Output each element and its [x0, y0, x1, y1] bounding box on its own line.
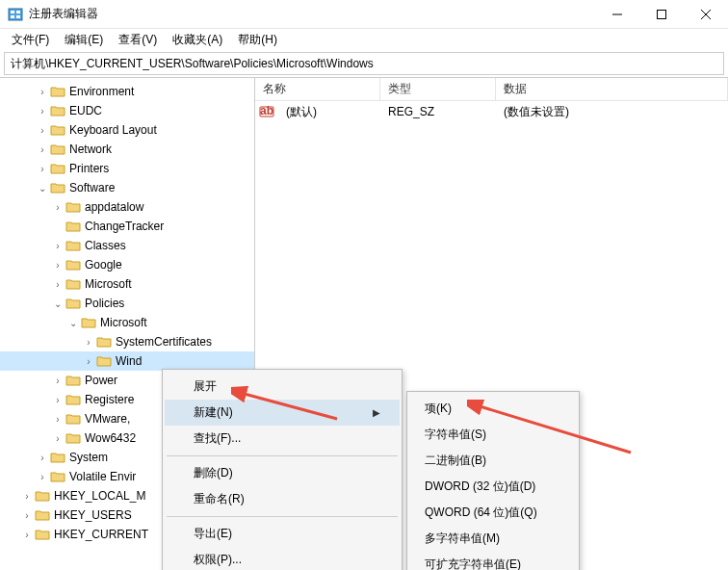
svg-rect-0 — [9, 9, 22, 20]
tree-item-label: Registere — [85, 393, 134, 406]
folder-icon — [65, 430, 81, 446]
separator — [167, 455, 398, 456]
folder-icon — [65, 392, 81, 407]
sub-dword[interactable]: DWORD (32 位)值(D) — [409, 474, 577, 500]
folder-icon — [65, 276, 81, 292]
minimize-button[interactable] — [595, 0, 639, 29]
svg-rect-1 — [11, 11, 14, 13]
chevron-down-icon[interactable]: ⌄ — [65, 315, 81, 330]
menu-favorites[interactable]: 收藏夹(A) — [165, 30, 230, 50]
tree-item[interactable]: ⌄Microsoft — [0, 313, 254, 332]
tree-item-label: ChangeTracker — [85, 220, 164, 233]
col-data[interactable]: 数据 — [496, 78, 728, 101]
tree-item-label: VMware, — [85, 412, 130, 426]
chevron-right-icon[interactable]: › — [81, 334, 96, 350]
chevron-right-icon[interactable]: › — [19, 527, 35, 542]
tree-item[interactable]: ChangeTracker — [0, 217, 254, 236]
tree-item[interactable]: ›Keyboard Layout — [0, 120, 254, 140]
tree-item[interactable]: ›Environment — [0, 82, 254, 101]
folder-icon — [35, 527, 50, 542]
tree-item-label: Wow6432 — [85, 431, 136, 445]
chevron-right-icon[interactable]: › — [35, 84, 50, 99]
list-row[interactable]: ab (默认) REG_SZ (数值未设置) — [255, 101, 728, 122]
svg-rect-2 — [16, 11, 20, 13]
address-bar[interactable]: 计算机\HKEY_CURRENT_USER\Software\Policies\… — [4, 52, 724, 75]
folder-icon — [65, 373, 81, 388]
chevron-right-icon[interactable]: › — [50, 392, 65, 407]
menu-file[interactable]: 文件(F) — [4, 30, 57, 50]
folder-icon — [65, 238, 81, 253]
chevron-right-icon[interactable]: › — [81, 353, 96, 369]
folder-icon — [50, 161, 65, 176]
col-name[interactable]: 名称 — [255, 78, 380, 101]
chevron-right-icon[interactable]: › — [35, 450, 50, 465]
chevron-right-icon[interactable]: › — [35, 122, 50, 138]
ctx-rename[interactable]: 重命名(R) — [165, 486, 400, 512]
ctx-new[interactable]: 新建(N)▶ — [165, 400, 400, 426]
ctx-expand[interactable]: 展开 — [165, 374, 400, 400]
chevron-right-icon[interactable]: › — [35, 161, 50, 176]
chevron-right-icon[interactable]: › — [35, 469, 50, 484]
tree-item[interactable]: ›Printers — [0, 159, 254, 178]
tree-item[interactable]: ⌄Software — [0, 178, 254, 197]
sub-qword[interactable]: QWORD (64 位)值(Q) — [409, 500, 577, 526]
sub-binary[interactable]: 二进制值(B) — [409, 448, 577, 474]
chevron-right-icon[interactable]: › — [19, 488, 35, 504]
tree-item[interactable]: ›Microsoft — [0, 274, 254, 294]
chevron-right-icon[interactable]: › — [35, 142, 50, 157]
folder-icon — [50, 142, 65, 157]
chevron-down-icon[interactable]: ⌄ — [35, 180, 50, 195]
tree-item-label: Volatile Envir — [69, 470, 136, 483]
tree-item[interactable]: ›Classes — [0, 236, 254, 255]
tree-item-label: Printers — [69, 162, 109, 175]
tree-item[interactable]: ›appdatalow — [0, 197, 254, 217]
tree-item-label: System — [69, 451, 108, 464]
sub-key[interactable]: 项(K) — [409, 396, 577, 422]
menu-edit[interactable]: 编辑(E) — [57, 30, 111, 50]
chevron-right-icon[interactable]: › — [50, 238, 65, 253]
tree-item-label: Power — [85, 374, 117, 387]
tree-item-label: HKEY_USERS — [54, 508, 132, 522]
folder-icon — [96, 334, 112, 350]
folder-icon — [35, 507, 50, 523]
chevron-right-icon[interactable]: › — [50, 430, 65, 446]
sub-multistring[interactable]: 多字符串值(M) — [409, 526, 577, 552]
ctx-export[interactable]: 导出(E) — [165, 521, 400, 547]
ctx-find[interactable]: 查找(F)... — [165, 426, 400, 452]
tree-item[interactable]: ›Google — [0, 255, 254, 274]
chevron-right-icon[interactable]: › — [50, 411, 65, 427]
maximize-button[interactable] — [639, 0, 684, 29]
menu-help[interactable]: 帮助(H) — [230, 30, 285, 50]
window-title: 注册表编辑器 — [29, 6, 595, 22]
folder-icon — [50, 122, 65, 138]
folder-icon — [50, 84, 65, 99]
tree-item[interactable]: ›SystemCertificates — [0, 332, 254, 351]
tree-item[interactable]: ›Network — [0, 140, 254, 159]
sub-expandstring[interactable]: 可扩充字符串值(E) — [409, 552, 577, 570]
folder-icon — [65, 199, 81, 215]
ctx-delete[interactable]: 删除(D) — [165, 460, 400, 486]
sub-string[interactable]: 字符串值(S) — [409, 422, 577, 448]
tree-item-label: HKEY_LOCAL_M — [54, 489, 145, 503]
menu-view[interactable]: 查看(V) — [111, 30, 165, 50]
chevron-down-icon[interactable]: ⌄ — [50, 296, 65, 311]
menubar: 文件(F) 编辑(E) 查看(V) 收藏夹(A) 帮助(H) — [0, 29, 728, 50]
tree-item[interactable]: ›EUDC — [0, 101, 254, 120]
folder-icon — [65, 257, 81, 272]
folder-open-icon — [65, 296, 81, 311]
tree-item[interactable]: ⌄Policies — [0, 294, 254, 313]
chevron-right-icon[interactable]: › — [50, 373, 65, 388]
chevron-right-icon[interactable]: › — [50, 276, 65, 292]
tree-item-label: EUDC — [69, 104, 102, 117]
tree-item-label: appdatalow — [85, 200, 143, 214]
svg-text:ab: ab — [260, 104, 273, 117]
expander-none — [50, 219, 65, 234]
tree-item[interactable]: ›Wind — [0, 351, 254, 371]
chevron-right-icon[interactable]: › — [19, 507, 35, 523]
chevron-right-icon[interactable]: › — [35, 103, 50, 118]
close-button[interactable] — [684, 0, 728, 29]
ctx-permissions[interactable]: 权限(P)... — [165, 547, 400, 570]
col-type[interactable]: 类型 — [380, 78, 496, 101]
chevron-right-icon[interactable]: › — [50, 257, 65, 272]
chevron-right-icon[interactable]: › — [50, 199, 65, 215]
